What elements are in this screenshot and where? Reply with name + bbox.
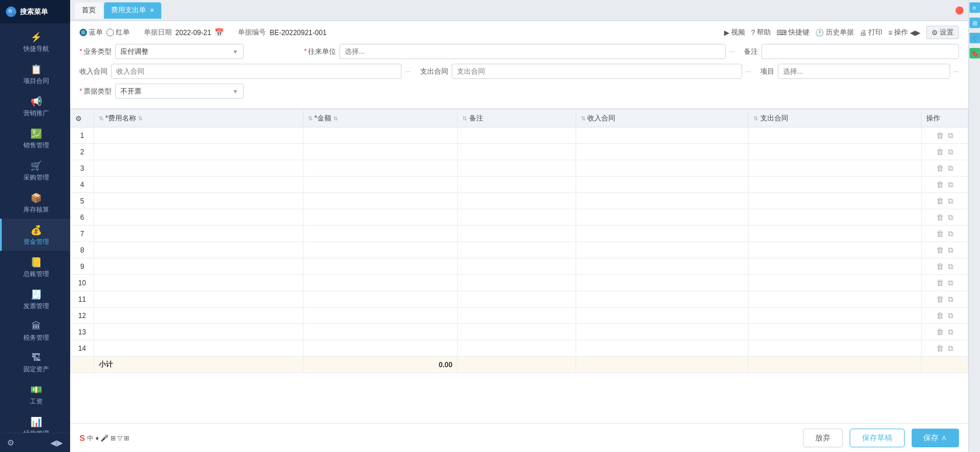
row-expense-contract[interactable] — [749, 340, 922, 357]
delete-icon[interactable]: 🗑 — [936, 213, 944, 222]
copy-icon[interactable]: ⧉ — [948, 278, 953, 287]
row-amount[interactable] — [303, 127, 458, 144]
right-panel-icon-4[interactable]: 🔖 — [969, 48, 980, 58]
row-income-contract[interactable] — [576, 209, 749, 226]
row-income-contract[interactable] — [576, 308, 749, 324]
print-btn[interactable]: 🖨 打印 — [860, 27, 882, 37]
radio-blue[interactable]: 蓝单 — [79, 27, 103, 37]
save-draft-button[interactable]: 保存草稿 — [850, 429, 905, 447]
copy-icon[interactable]: ⧉ — [948, 164, 953, 172]
copy-icon[interactable]: ⧉ — [948, 262, 953, 271]
copy-icon[interactable]: ⧉ — [948, 147, 953, 156]
shortcut-btn[interactable]: ⌨ 快捷键 — [777, 27, 809, 37]
row-note[interactable] — [458, 144, 576, 160]
audio-icon[interactable]: ◀▶ — [50, 438, 63, 447]
income-contract-input[interactable] — [111, 64, 401, 79]
delete-icon[interactable]: 🗑 — [936, 311, 944, 320]
row-amount[interactable] — [303, 160, 458, 177]
row-expense-contract[interactable] — [749, 160, 922, 177]
sidebar-item-invoice-mgmt[interactable]: 🧾 发票管理 — [0, 283, 70, 315]
video-btn[interactable]: ▶ 视频 — [724, 27, 745, 37]
row-expense-contract[interactable] — [749, 324, 922, 340]
row-expense-name[interactable] — [94, 209, 303, 226]
row-expense-name[interactable] — [94, 258, 303, 275]
note-input[interactable] — [761, 44, 959, 59]
settings-btn[interactable]: ⚙ 设置 — [926, 26, 959, 39]
row-income-contract[interactable] — [576, 340, 749, 357]
row-income-contract[interactable] — [576, 226, 749, 242]
radio-red-input[interactable] — [106, 29, 114, 36]
project-input[interactable] — [778, 64, 950, 79]
row-note[interactable] — [458, 291, 576, 308]
invoice-type-select[interactable]: 不开票 ▼ — [115, 84, 244, 99]
row-expense-name[interactable] — [94, 291, 303, 308]
tab-home[interactable]: 首页 — [75, 2, 103, 19]
sidebar-item-sales-mgmt[interactable]: 💹 销售管理 — [0, 122, 70, 154]
row-note[interactable] — [458, 242, 576, 258]
amount-sort-icon[interactable]: ⇅ — [308, 115, 313, 122]
radio-blue-input[interactable] — [79, 29, 87, 36]
history-btn[interactable]: 🕐 历史单据 — [815, 27, 854, 37]
row-amount[interactable] — [303, 324, 458, 340]
row-expense-contract[interactable] — [749, 226, 922, 242]
row-note[interactable] — [458, 127, 576, 144]
delete-icon[interactable]: 🗑 — [936, 344, 944, 353]
sidebar-item-operations-mgmt[interactable]: 📊 经营管理 — [0, 410, 70, 433]
row-expense-contract[interactable] — [749, 308, 922, 324]
row-amount[interactable] — [303, 226, 458, 242]
row-note[interactable] — [458, 226, 576, 242]
help-btn[interactable]: ? 帮助 — [751, 27, 771, 37]
row-amount[interactable] — [303, 258, 458, 275]
sort-icon-right[interactable]: ⇅ — [138, 115, 143, 122]
row-income-contract[interactable] — [576, 275, 749, 291]
row-note[interactable] — [458, 308, 576, 324]
sidebar-item-capital-mgmt[interactable]: 💰 资金管理 — [0, 219, 70, 251]
delete-icon[interactable]: 🗑 — [936, 196, 944, 205]
row-expense-name[interactable] — [94, 308, 303, 324]
row-income-contract[interactable] — [576, 242, 749, 258]
copy-icon[interactable]: ⧉ — [948, 213, 953, 222]
row-income-contract[interactable] — [576, 324, 749, 340]
copy-icon[interactable]: ⧉ — [948, 131, 953, 140]
row-note[interactable] — [458, 177, 576, 193]
note-sort-icon[interactable]: ⇅ — [462, 115, 467, 122]
actions-btn[interactable]: ≡ 操作 ◀▶ — [888, 27, 920, 37]
row-income-contract[interactable] — [576, 291, 749, 308]
row-amount[interactable] — [303, 242, 458, 258]
sidebar-item-quick-nav[interactable]: ⚡ 快捷导航 — [0, 26, 70, 58]
row-amount[interactable] — [303, 275, 458, 291]
income-sort-icon[interactable]: ⇅ — [581, 115, 586, 122]
partner-input[interactable] — [340, 44, 726, 59]
row-amount[interactable] — [303, 308, 458, 324]
delete-icon[interactable]: 🗑 — [936, 229, 944, 238]
row-expense-name[interactable] — [94, 160, 303, 177]
copy-icon[interactable]: ⧉ — [948, 229, 953, 238]
row-expense-contract[interactable] — [749, 209, 922, 226]
right-panel-icon-1[interactable]: ≡ — [969, 2, 980, 13]
amount-sort-icon2[interactable]: ⇅ — [333, 115, 338, 122]
row-income-contract[interactable] — [576, 177, 749, 193]
row-note[interactable] — [458, 160, 576, 177]
row-expense-name[interactable] — [94, 144, 303, 160]
row-expense-name[interactable] — [94, 242, 303, 258]
row-expense-name[interactable] — [94, 275, 303, 291]
sidebar-item-purchase-mgmt[interactable]: 🛒 采购管理 — [0, 154, 70, 187]
delete-icon[interactable]: 🗑 — [936, 147, 944, 156]
copy-icon[interactable]: ⧉ — [948, 311, 953, 320]
copy-icon[interactable]: ⧉ — [948, 196, 953, 205]
row-expense-name[interactable] — [94, 127, 303, 144]
row-expense-contract[interactable] — [749, 127, 922, 144]
delete-icon[interactable]: 🗑 — [936, 164, 944, 172]
expense-contract-input[interactable] — [452, 64, 742, 79]
row-expense-contract[interactable] — [749, 144, 922, 160]
right-panel-icon-2[interactable]: ⊞ — [969, 18, 980, 28]
row-income-contract[interactable] — [576, 258, 749, 275]
biz-type-select[interactable]: 应付调整 ▼ — [115, 44, 244, 59]
sort-icon-left[interactable]: ⇅ — [99, 115, 103, 122]
row-amount[interactable] — [303, 340, 458, 357]
sidebar-item-ledger-mgmt[interactable]: 📒 总账管理 — [0, 251, 70, 283]
row-note[interactable] — [458, 324, 576, 340]
row-expense-contract[interactable] — [749, 258, 922, 275]
row-income-contract[interactable] — [576, 193, 749, 209]
project-more-icon[interactable]: ··· — [954, 68, 959, 75]
